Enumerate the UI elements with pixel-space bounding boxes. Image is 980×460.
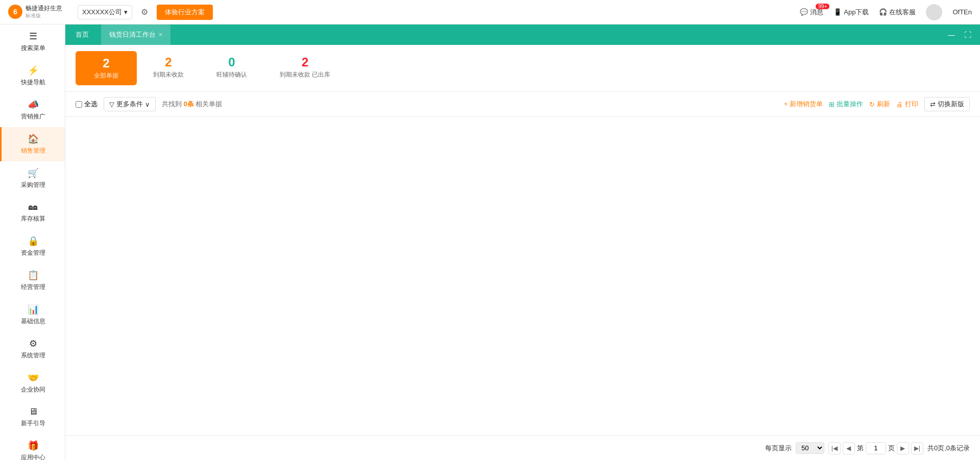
logo-icon: 6 bbox=[8, 5, 22, 19]
select-all-text: 全选 bbox=[84, 100, 97, 109]
stat-expire-out-count: 2 bbox=[302, 55, 308, 69]
table-area bbox=[65, 117, 980, 435]
stat-expire-label: 到期未收款 bbox=[153, 70, 184, 79]
filter-label: 更多条件 bbox=[116, 100, 143, 109]
sidebar-label-system: 系统管理 bbox=[21, 351, 45, 360]
refresh-icon: ↻ bbox=[869, 101, 875, 108]
app-logo: 6 畅捷通好生意 标准版 bbox=[8, 5, 74, 19]
system-icon: ⚙ bbox=[29, 338, 37, 349]
page-total: 共0页,0条记录 bbox=[927, 444, 970, 453]
refresh-btn[interactable]: ↻ 刷新 bbox=[869, 100, 890, 109]
experience-btn[interactable]: 体验行业方案 bbox=[157, 5, 213, 20]
sidebar-item-sales[interactable]: 🏠 销售管理 bbox=[0, 127, 65, 161]
header-right: 💬 消息 99+ 📱 App下载 🎧 在线客服 OfTEn bbox=[800, 4, 972, 20]
page-last-btn[interactable]: ▶| bbox=[911, 442, 923, 454]
found-text: 共找到 0条 相关单据 bbox=[162, 100, 222, 109]
online-service-btn[interactable]: 🎧 在线客服 bbox=[879, 8, 916, 17]
sidebar-item-basic-info[interactable]: 📊 基础信息 bbox=[0, 298, 65, 332]
company-name: XXXXXX公司 bbox=[82, 8, 122, 17]
headset-icon: 🎧 bbox=[879, 8, 887, 16]
sidebar-item-inventory[interactable]: 🏘 库存核算 bbox=[0, 196, 65, 229]
tab-expand-btn[interactable]: ⛶ bbox=[962, 29, 974, 41]
page-first-label: 第 bbox=[857, 444, 864, 453]
sidebar: ☰ 搜索菜单 ⚡ 快捷导航 📣 营销推广 🏠 销售管理 🛒 采购管理 🏘 库存核… bbox=[0, 25, 65, 460]
tab-home[interactable]: 首页 bbox=[65, 25, 99, 45]
app-download-btn[interactable]: 📱 App下载 bbox=[834, 8, 869, 17]
select-all-checkbox[interactable] bbox=[76, 101, 82, 108]
stat-expire-out-label: 到期未收款 已出库 bbox=[280, 70, 330, 79]
switch-version-btn[interactable]: ⇄ 切换新版 bbox=[924, 97, 970, 111]
marketing-icon: 📣 bbox=[28, 99, 39, 110]
sidebar-label-finance: 资金管理 bbox=[21, 249, 45, 257]
pagination: 每页显示 50 100 200 |◀ ◀ 第 页 ▶ ▶| 共0页,0条记录 bbox=[65, 435, 980, 460]
sales-icon: 🏠 bbox=[28, 133, 39, 144]
cooperation-icon: 🤝 bbox=[28, 372, 39, 383]
logo-text: 畅捷通好生意 bbox=[26, 5, 62, 12]
page-input[interactable] bbox=[866, 442, 886, 454]
sidebar-item-cooperation[interactable]: 🤝 企业协同 bbox=[0, 366, 65, 400]
search-menu-icon: ☰ bbox=[29, 31, 37, 42]
sidebar-item-purchase[interactable]: 🛒 采购管理 bbox=[0, 161, 65, 196]
switch-icon: ⇄ bbox=[930, 101, 936, 108]
stat-expire-uncollect[interactable]: 2 到期未收款 bbox=[137, 51, 200, 85]
stat-all[interactable]: 2 全部单据 bbox=[76, 51, 137, 85]
sidebar-item-finance[interactable]: 🔒 资金管理 bbox=[0, 229, 65, 263]
sidebar-item-app-center[interactable]: 🎁 应用中心 bbox=[0, 434, 65, 460]
sidebar-item-search-menu[interactable]: ☰ 搜索菜单 bbox=[0, 25, 65, 59]
company-selector[interactable]: XXXXXX公司 ▾ bbox=[78, 5, 132, 19]
logo-sub: 标准版 bbox=[26, 12, 62, 19]
tab-minimize-btn[interactable]: — bbox=[945, 29, 958, 41]
sidebar-label-sales: 销售管理 bbox=[21, 147, 45, 155]
sidebar-label-guide: 新手引导 bbox=[21, 419, 45, 428]
app-icon: 📱 bbox=[834, 8, 842, 16]
message-btn[interactable]: 💬 消息 99+ bbox=[800, 8, 823, 17]
stat-expire-out[interactable]: 2 到期未收款 已出库 bbox=[263, 51, 347, 85]
toolbar-right: + 新增销货单 ⊞ 批量操作 ↻ 刷新 🖨 打印 ⇄ bbox=[784, 97, 970, 111]
sidebar-label-app-center: 应用中心 bbox=[21, 453, 45, 460]
settings-icon[interactable]: ⚙ bbox=[136, 4, 153, 20]
print-icon: 🖨 bbox=[896, 101, 903, 108]
tab-bar-actions: — ⛶ bbox=[945, 29, 980, 41]
operation-icon: 📋 bbox=[28, 270, 39, 281]
sidebar-label-quick-nav: 快捷导航 bbox=[21, 78, 45, 87]
stats-bar: 2 全部单据 2 到期未收款 0 旺辅待确认 2 到期未收款 已出库 bbox=[65, 45, 980, 92]
page-first-btn[interactable]: |◀ bbox=[828, 442, 841, 454]
toolbar: 全选 ▽ 更多条件 ∨ 共找到 0条 相关单据 + 新增销货单 bbox=[65, 92, 980, 117]
tab-close-btn[interactable]: × bbox=[159, 31, 162, 38]
toolbar-left: 全选 ▽ 更多条件 ∨ 共找到 0条 相关单据 bbox=[76, 97, 222, 111]
found-count: 0条 bbox=[184, 100, 194, 108]
stat-wangpu-label: 旺辅待确认 bbox=[216, 70, 247, 79]
stat-expire-count: 2 bbox=[165, 55, 172, 69]
sidebar-item-marketing[interactable]: 📣 营销推广 bbox=[0, 93, 65, 127]
print-btn[interactable]: 🖨 打印 bbox=[896, 100, 918, 109]
avatar[interactable] bbox=[926, 4, 942, 20]
message-icon: 💬 bbox=[800, 8, 808, 16]
main-layout: ☰ 搜索菜单 ⚡ 快捷导航 📣 营销推广 🏠 销售管理 🛒 采购管理 🏘 库存核… bbox=[0, 25, 980, 460]
stat-wangpu[interactable]: 0 旺辅待确认 bbox=[200, 51, 263, 85]
sidebar-item-guide[interactable]: 🖥 新手引导 bbox=[0, 400, 65, 434]
filter-icon: ▽ bbox=[109, 101, 114, 108]
tab-bar: 首页 钱货日清工作台 × — ⛶ bbox=[65, 25, 980, 45]
message-badge: 99+ bbox=[816, 4, 829, 9]
chevron-down-icon: ▾ bbox=[124, 8, 128, 16]
tab-current[interactable]: 钱货日清工作台 × bbox=[101, 25, 170, 45]
guide-icon: 🖥 bbox=[29, 406, 38, 417]
add-sales-btn[interactable]: + 新增销货单 bbox=[784, 100, 823, 109]
page-next-btn[interactable]: ▶ bbox=[897, 442, 909, 454]
main-content: 首页 钱货日清工作台 × — ⛶ 2 全部单据 2 到期未收款 bbox=[65, 25, 980, 460]
sidebar-item-operation[interactable]: 📋 经营管理 bbox=[0, 263, 65, 298]
page-size-select[interactable]: 50 100 200 bbox=[796, 442, 824, 454]
select-all-label[interactable]: 全选 bbox=[76, 100, 97, 109]
sidebar-item-system[interactable]: ⚙ 系统管理 bbox=[0, 332, 65, 366]
sidebar-label-search-menu: 搜索菜单 bbox=[21, 44, 45, 53]
sidebar-label-purchase: 采购管理 bbox=[21, 181, 45, 189]
filter-btn[interactable]: ▽ 更多条件 ∨ bbox=[104, 97, 156, 111]
page-content: 2 全部单据 2 到期未收款 0 旺辅待确认 2 到期未收款 已出库 bbox=[65, 45, 980, 460]
batch-op-btn[interactable]: ⊞ 批量操作 bbox=[829, 100, 863, 109]
sidebar-label-inventory: 库存核算 bbox=[21, 214, 45, 223]
stat-wangpu-count: 0 bbox=[228, 55, 235, 69]
finance-icon: 🔒 bbox=[28, 235, 39, 247]
page-prev-btn[interactable]: ◀ bbox=[843, 442, 855, 454]
sidebar-item-quick-nav[interactable]: ⚡ 快捷导航 bbox=[0, 59, 65, 93]
sidebar-label-operation: 经营管理 bbox=[21, 283, 45, 292]
